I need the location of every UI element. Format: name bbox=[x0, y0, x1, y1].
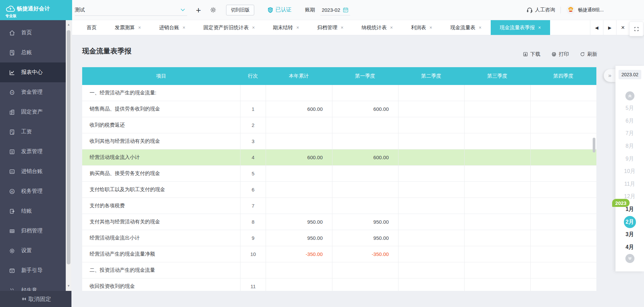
tab-利润表[interactable]: 利润表× bbox=[402, 20, 441, 35]
month-8月[interactable]: 8月 bbox=[615, 140, 644, 153]
tab-close-icon[interactable]: × bbox=[390, 25, 393, 30]
cell-q3 bbox=[464, 117, 530, 133]
sidebar-scrollbar[interactable]: ▲ ▼ bbox=[66, 20, 71, 291]
close-all-tabs-button[interactable]: × bbox=[616, 20, 629, 35]
accounting-period: 账期 2023-02 bbox=[305, 5, 350, 15]
sidebar-scrollbar-thumb[interactable] bbox=[67, 30, 70, 264]
tab-label: 归档管理 bbox=[317, 25, 337, 31]
tab-close-icon[interactable]: × bbox=[479, 25, 481, 30]
month-4月[interactable]: 4月 bbox=[615, 241, 644, 254]
month-3月[interactable]: 3月 bbox=[615, 228, 644, 241]
sidebar-item-report[interactable]: 报表中心 bbox=[0, 62, 66, 82]
account-set-select[interactable]: 测试 bbox=[75, 4, 187, 16]
cell-q2 bbox=[398, 214, 464, 230]
svg-text:¥: ¥ bbox=[12, 132, 13, 134]
sidebar-item-home[interactable]: 首页 bbox=[0, 23, 66, 43]
cell-q1 bbox=[332, 133, 398, 149]
sidebar-item-archive[interactable]: 归档管理 bbox=[0, 221, 66, 241]
tab-进销台账[interactable]: 进销台账× bbox=[150, 20, 194, 35]
settings-gear-icon[interactable] bbox=[210, 6, 217, 13]
fullscreen-button[interactable] bbox=[629, 21, 643, 36]
brand-logo: 畅捷通好会计 专业版 bbox=[0, 0, 72, 20]
tab-close-icon[interactable]: × bbox=[297, 25, 299, 30]
month-5月[interactable]: 5月 bbox=[615, 102, 644, 115]
tabs-prev-button[interactable]: ◀ bbox=[590, 20, 603, 35]
cell-q4 bbox=[530, 117, 596, 133]
tab-归档管理[interactable]: 归档管理× bbox=[308, 20, 353, 35]
tab-现金流量表[interactable]: 现金流量表× bbox=[441, 20, 490, 35]
table-row: 购买商品、接受劳务支付的现金5 bbox=[82, 166, 596, 182]
sidebar-item-settings[interactable]: 设置 bbox=[0, 241, 66, 261]
sidebar-item-tax[interactable]: 税税务管理 bbox=[0, 181, 66, 201]
month-6月[interactable]: 6月 bbox=[615, 115, 644, 128]
cash-flow-quarterly-table: 项目行次本年累计第一季度第二季度第三季度第四季度 一、经营活动产生的现金流量:销… bbox=[82, 67, 596, 291]
cell-line: 8 bbox=[240, 214, 266, 230]
sidebar-item-trade[interactable]: 进销台账 bbox=[0, 162, 66, 181]
tab-close-icon[interactable]: × bbox=[182, 25, 185, 30]
cell-line: 5 bbox=[240, 166, 266, 181]
column-header-3: 本年累计 bbox=[266, 67, 332, 85]
calendar-icon bbox=[342, 7, 349, 13]
sidebar-item-label: 资金管理 bbox=[21, 89, 43, 96]
cell-q1 bbox=[332, 198, 398, 214]
unpin-sidebar-button[interactable]: 取消固定 bbox=[0, 291, 71, 307]
svg-text:¥: ¥ bbox=[12, 53, 14, 55]
tab-label: 利润表 bbox=[411, 25, 426, 31]
tab-期末结转[interactable]: 期末结转× bbox=[264, 20, 308, 35]
collapse-period-panel-button[interactable]: » bbox=[604, 69, 616, 82]
print-button[interactable]: 打印 bbox=[551, 51, 569, 57]
month-11月[interactable]: 11月 bbox=[615, 178, 644, 191]
cell-ytd: -350.00 bbox=[266, 246, 332, 262]
sidebar-item-guide[interactable]: 新手引导 bbox=[0, 261, 66, 280]
month-2月[interactable]: 2月 bbox=[615, 216, 644, 228]
period-label: 账期 bbox=[305, 7, 315, 13]
month-9月[interactable]: 9月 bbox=[615, 152, 644, 165]
scroll-up-icon[interactable]: ▲ bbox=[66, 21, 71, 28]
switch-old-version-button[interactable]: 切到旧版 bbox=[226, 5, 254, 15]
sidebar-item-product[interactable]: 好生意 bbox=[0, 280, 66, 291]
cell-line: 6 bbox=[240, 182, 266, 198]
table-row: 经营活动产生的现金流量净额10-350.00-350.00 bbox=[82, 246, 596, 262]
tabs-next-button[interactable]: ▶ bbox=[603, 20, 616, 35]
topbar-right: 人工咨询 畅捷通B组... bbox=[526, 5, 604, 14]
cell-q4 bbox=[530, 133, 596, 149]
sidebar-item-label: 结账 bbox=[21, 208, 32, 215]
user-menu[interactable]: 畅捷通B组... bbox=[566, 5, 604, 14]
tab-close-icon[interactable]: × bbox=[538, 25, 541, 30]
tab-发票测算[interactable]: 发票测算× bbox=[106, 20, 150, 35]
table-scrollbar-thumb[interactable] bbox=[593, 138, 595, 152]
tab-close-icon[interactable]: × bbox=[341, 25, 343, 30]
add-account-set-button[interactable]: + bbox=[196, 6, 201, 14]
download-button[interactable]: 下载 bbox=[523, 51, 540, 57]
period-selector[interactable]: 2023-02 bbox=[320, 5, 350, 15]
tab-现金流量表季报[interactable]: 现金流量表季报× bbox=[491, 20, 550, 35]
cell-item: 支付的各项税费 bbox=[82, 198, 240, 214]
sidebar-item-payroll[interactable]: ¥工资 bbox=[0, 122, 66, 142]
sidebar-item-label: 工资 bbox=[21, 128, 32, 135]
cell-q2 bbox=[398, 198, 464, 214]
month-10月[interactable]: 10月 bbox=[615, 165, 644, 178]
support-link[interactable]: 人工咨询 bbox=[526, 7, 555, 13]
month-7月[interactable]: 7月 bbox=[615, 127, 644, 140]
unpin-label: 取消固定 bbox=[29, 295, 51, 303]
sidebar-item-invoice[interactable]: 发票管理 bbox=[0, 142, 66, 162]
months-scroll-down-button[interactable] bbox=[625, 254, 634, 263]
sidebar-item-funds[interactable]: ¥资金管理 bbox=[0, 82, 66, 102]
tab-close-icon[interactable]: × bbox=[252, 25, 255, 30]
tab-close-icon[interactable]: × bbox=[138, 25, 141, 30]
cell-q2 bbox=[398, 230, 464, 246]
refresh-icon bbox=[580, 51, 585, 57]
cell-q4 bbox=[530, 166, 596, 181]
months-scroll-up-button[interactable] bbox=[625, 91, 634, 100]
sidebar-item-closing[interactable]: 结账 bbox=[0, 201, 66, 221]
sidebar-item-assets[interactable]: 固定资产 bbox=[0, 102, 66, 122]
cell-q4 bbox=[530, 198, 596, 214]
tab-固定资产折旧统计表[interactable]: 固定资产折旧统计表× bbox=[194, 20, 264, 35]
sidebar-item-ledger[interactable]: ¥总账 bbox=[0, 43, 66, 62]
scroll-down-icon[interactable]: ▼ bbox=[66, 283, 71, 289]
refresh-button[interactable]: 刷新 bbox=[580, 51, 597, 57]
tab-close-icon[interactable]: × bbox=[429, 25, 432, 30]
cell-q1: 950.00 bbox=[332, 214, 398, 230]
tab-首页[interactable]: 首页 bbox=[77, 20, 106, 35]
tab-纳税统计表[interactable]: 纳税统计表× bbox=[353, 20, 402, 35]
